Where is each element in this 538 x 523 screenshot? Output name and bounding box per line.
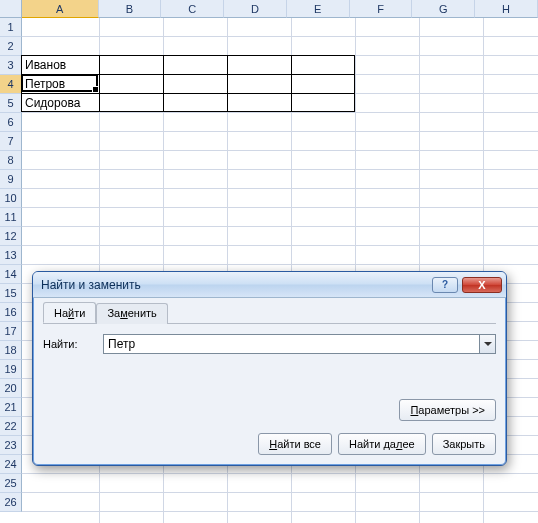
row-header[interactable]: 15: [0, 284, 22, 303]
find-all-button[interactable]: Найти все: [258, 433, 332, 455]
column-header[interactable]: F: [350, 0, 413, 18]
row-header[interactable]: 14: [0, 265, 22, 284]
row-header[interactable]: 2: [0, 37, 22, 56]
cell[interactable]: Петров: [22, 75, 100, 94]
cell[interactable]: Сидорова: [22, 94, 100, 113]
find-combobox: [103, 334, 496, 354]
dialog-tabs: Найти Заменить: [43, 302, 496, 324]
row-header[interactable]: 12: [0, 227, 22, 246]
find-replace-dialog: Найти и заменить ? X Найти Заменить Найт…: [32, 271, 507, 466]
row-header[interactable]: 9: [0, 170, 22, 189]
column-header[interactable]: B: [99, 0, 162, 18]
row-header[interactable]: 5: [0, 94, 22, 113]
close-button[interactable]: Закрыть: [432, 433, 496, 455]
dialog-title: Найти и заменить: [41, 278, 428, 292]
cell[interactable]: Иванов: [22, 56, 100, 75]
row-header[interactable]: 7: [0, 132, 22, 151]
column-header[interactable]: C: [161, 0, 224, 18]
column-header[interactable]: D: [224, 0, 287, 18]
row-header[interactable]: 10: [0, 189, 22, 208]
options-button[interactable]: Параметры >>: [399, 399, 496, 421]
row-header[interactable]: 18: [0, 341, 22, 360]
row-header[interactable]: 25: [0, 474, 22, 493]
row-header[interactable]: 8: [0, 151, 22, 170]
row-header[interactable]: 20: [0, 379, 22, 398]
find-input[interactable]: [104, 335, 479, 353]
column-header[interactable]: E: [287, 0, 350, 18]
row-header[interactable]: 3: [0, 56, 22, 75]
row-headers: 1234567891011121314151617181920212223242…: [0, 18, 22, 523]
column-header[interactable]: A: [22, 0, 99, 18]
column-header[interactable]: H: [475, 0, 538, 18]
row-header[interactable]: 17: [0, 322, 22, 341]
row-header[interactable]: 24: [0, 455, 22, 474]
row-header[interactable]: 21: [0, 398, 22, 417]
help-button[interactable]: ?: [432, 277, 458, 293]
row-header[interactable]: 4: [0, 75, 22, 94]
row-header[interactable]: 26: [0, 493, 22, 512]
tab-replace[interactable]: Заменить: [96, 303, 167, 324]
row-header[interactable]: 16: [0, 303, 22, 322]
column-headers: ABCDEFGH: [22, 0, 538, 18]
row-header[interactable]: 6: [0, 113, 22, 132]
row-header[interactable]: 11: [0, 208, 22, 227]
row-header[interactable]: 23: [0, 436, 22, 455]
row-header[interactable]: 1: [0, 18, 22, 37]
find-next-button[interactable]: Найти далее: [338, 433, 426, 455]
find-label: Найти:: [43, 338, 103, 350]
row-header[interactable]: 19: [0, 360, 22, 379]
dialog-close-button[interactable]: X: [462, 277, 502, 293]
column-header[interactable]: G: [412, 0, 475, 18]
select-all-corner[interactable]: [0, 0, 22, 18]
find-dropdown-button[interactable]: [479, 335, 495, 353]
row-header[interactable]: 13: [0, 246, 22, 265]
tab-find[interactable]: Найти: [43, 302, 96, 323]
dialog-body: Найти Заменить Найти: Параметры >> Найти…: [33, 298, 506, 465]
find-field-row: Найти:: [43, 334, 496, 354]
row-header[interactable]: 22: [0, 417, 22, 436]
dialog-titlebar[interactable]: Найти и заменить ? X: [33, 272, 506, 298]
